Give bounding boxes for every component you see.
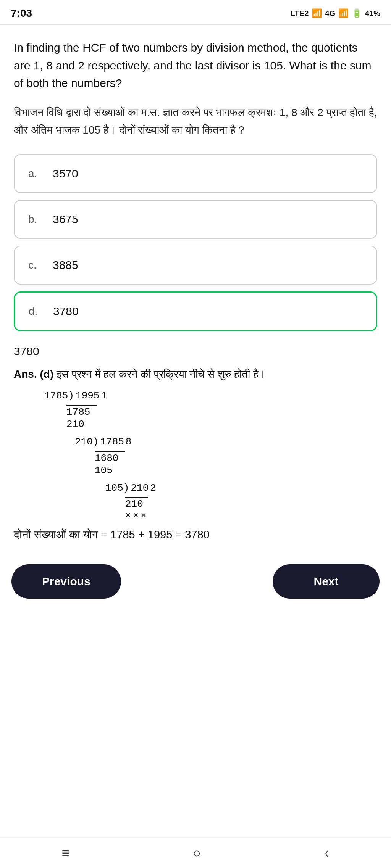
- option-b-label: b.: [28, 213, 42, 225]
- network-type-label: 4G: [325, 9, 335, 18]
- step3-remainder: ×××: [125, 510, 149, 521]
- ans-label: Ans. (d): [14, 368, 57, 380]
- step2-close-paren: ): [93, 433, 99, 451]
- bottom-navigation: Previous Next: [0, 564, 391, 610]
- option-a[interactable]: a. 3570: [14, 154, 377, 193]
- division-step-3: 105 ) 210 2 210 ×××: [105, 479, 377, 521]
- division-step-2: 210 ) 1785 8 1680 105: [75, 433, 377, 476]
- home-icon[interactable]: ○: [193, 845, 201, 860]
- back-icon[interactable]: ‹: [325, 845, 328, 861]
- system-bar: ≡ ○ ‹: [0, 837, 391, 868]
- signal-bars-2-icon: 📶: [338, 8, 349, 18]
- step2-divisor: 210: [75, 433, 93, 451]
- question-english: In finding the HCF of two numbers by div…: [14, 39, 377, 92]
- long-division-section: 1785 ) 1995 1 1785 210 210 ) 1785 8: [44, 387, 377, 521]
- option-c-label: c.: [28, 259, 42, 271]
- option-a-value: 3570: [53, 167, 78, 180]
- options-container: a. 3570 b. 3675 c. 3885 d. 3780: [14, 154, 377, 331]
- explanation-text: इस प्रश्न में हल करने की प्रक्रिया नीचे …: [57, 368, 266, 380]
- status-time: 7:03: [11, 7, 32, 19]
- option-b[interactable]: b. 3675: [14, 200, 377, 239]
- step3-divisor: 105: [105, 479, 123, 497]
- step1-close-paren: ): [68, 387, 74, 405]
- status-icons: LTE2 📶 4G 📶 🔋 41%: [291, 8, 380, 18]
- battery-icon: 🔋: [352, 8, 362, 18]
- step3-subtracted: 210: [125, 497, 148, 510]
- step2-subtracted: 1680: [95, 451, 125, 464]
- signal-bars-icon: 📶: [312, 8, 322, 18]
- step1-subtracted: 1785: [66, 405, 97, 418]
- option-d-label: d.: [29, 305, 42, 317]
- option-c-value: 3885: [53, 259, 78, 272]
- status-bar: 7:03 LTE2 📶 4G 📶 🔋 41%: [0, 0, 391, 24]
- sum-line: दोनों संख्याओं का योग = 1785 + 1995 = 37…: [14, 528, 377, 541]
- step2-dividend: 1785: [100, 433, 124, 451]
- option-a-label: a.: [28, 167, 42, 180]
- answer-value: 3780: [14, 345, 377, 358]
- step2-open-paren: 8: [126, 433, 132, 451]
- answer-explanation: Ans. (d) इस प्रश्न में हल करने की प्रक्र…: [14, 366, 377, 383]
- battery-label: 41%: [365, 9, 380, 18]
- step2-remainder: 105: [95, 465, 113, 476]
- network-label: LTE2: [291, 9, 309, 18]
- step3-open-paren: 2: [150, 479, 156, 497]
- next-button[interactable]: Next: [273, 564, 380, 599]
- menu-icon[interactable]: ≡: [62, 845, 69, 860]
- option-d[interactable]: d. 3780: [14, 291, 377, 331]
- step1-open-paren: 1: [101, 387, 107, 405]
- question-hindi: विभाजन विधि द्वारा दो संख्याओं का म.स. ज…: [14, 104, 377, 139]
- option-d-value: 3780: [53, 305, 79, 318]
- step1-remainder: 210: [66, 419, 84, 430]
- step3-close-paren: ): [123, 479, 129, 497]
- main-content: In finding the HCF of two numbers by div…: [0, 25, 391, 560]
- option-b-value: 3675: [53, 213, 78, 226]
- step1-dividend: 1995: [76, 387, 99, 405]
- step1-divisor: 1785: [44, 387, 68, 405]
- division-step-1: 1785 ) 1995 1 1785 210: [44, 387, 377, 430]
- option-c[interactable]: c. 3885: [14, 246, 377, 285]
- step3-dividend: 210: [131, 479, 149, 497]
- previous-button[interactable]: Previous: [11, 564, 121, 599]
